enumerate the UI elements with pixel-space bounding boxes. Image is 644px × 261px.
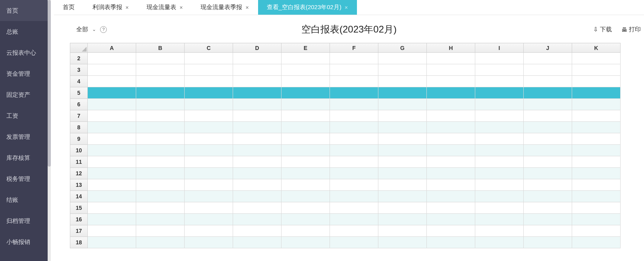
cell-A14[interactable] [88,191,136,202]
cell-C4[interactable] [185,76,233,87]
sidebar-item-0[interactable]: 首页 [0,0,51,21]
cell-E3[interactable] [282,64,330,76]
cell-C3[interactable] [185,64,233,76]
cell-K8[interactable] [572,122,621,133]
cell-A4[interactable] [88,76,136,87]
cell-B11[interactable] [136,156,185,168]
cell-G13[interactable] [378,179,427,191]
cell-B16[interactable] [136,214,185,225]
cell-K17[interactable] [572,225,621,237]
cell-B18[interactable] [136,237,185,248]
cell-D3[interactable] [233,64,282,76]
cell-D17[interactable] [233,225,282,237]
cell-H15[interactable] [427,202,475,214]
cell-D11[interactable] [233,156,282,168]
cell-F14[interactable] [330,191,378,202]
cell-E18[interactable] [282,237,330,248]
cell-E7[interactable] [282,110,330,122]
cell-J13[interactable] [524,179,572,191]
cell-K14[interactable] [572,191,621,202]
cell-H18[interactable] [427,237,475,248]
cell-A12[interactable] [88,168,136,179]
cell-D12[interactable] [233,168,282,179]
cell-H2[interactable] [427,53,475,64]
cell-H6[interactable] [427,99,475,110]
cell-C18[interactable] [185,237,233,248]
cell-E9[interactable] [282,133,330,145]
cell-K7[interactable] [572,110,621,122]
cell-F10[interactable] [330,145,378,156]
cell-I15[interactable] [475,202,524,214]
cell-D4[interactable] [233,76,282,87]
cell-F5[interactable] [330,87,378,99]
cell-A8[interactable] [88,122,136,133]
cell-J3[interactable] [524,64,572,76]
cell-B17[interactable] [136,225,185,237]
cell-A7[interactable] [88,110,136,122]
sheet-corner[interactable] [70,43,88,53]
cell-K15[interactable] [572,202,621,214]
cell-I3[interactable] [475,64,524,76]
cell-J8[interactable] [524,122,572,133]
print-button[interactable]: 🖶 打印 [621,26,641,33]
cell-K12[interactable] [572,168,621,179]
cell-B7[interactable] [136,110,185,122]
cell-C10[interactable] [185,145,233,156]
cell-H10[interactable] [427,145,475,156]
cell-I8[interactable] [475,122,524,133]
cell-I7[interactable] [475,110,524,122]
cell-E5[interactable] [282,87,330,99]
row-header-16[interactable]: 16 [70,214,88,225]
cell-G11[interactable] [378,156,427,168]
cell-G12[interactable] [378,168,427,179]
filter-dropdown[interactable]: 全部 ⌄ ? [76,26,107,33]
cell-K18[interactable] [572,237,621,248]
cell-H4[interactable] [427,76,475,87]
cell-E17[interactable] [282,225,330,237]
row-header-9[interactable]: 9 [70,133,88,145]
cell-C5[interactable] [185,87,233,99]
cell-A9[interactable] [88,133,136,145]
cell-F11[interactable] [330,156,378,168]
cell-K5[interactable] [572,87,621,99]
cell-H17[interactable] [427,225,475,237]
cell-D16[interactable] [233,214,282,225]
row-header-15[interactable]: 15 [70,202,88,214]
cell-I5[interactable] [475,87,524,99]
cell-C16[interactable] [185,214,233,225]
download-button[interactable]: ⇩ 下载 [593,26,612,33]
cell-G17[interactable] [378,225,427,237]
cell-E12[interactable] [282,168,330,179]
cell-D10[interactable] [233,145,282,156]
cell-I11[interactable] [475,156,524,168]
cell-A18[interactable] [88,237,136,248]
sidebar-item-1[interactable]: 总账 [0,21,51,42]
cell-J10[interactable] [524,145,572,156]
cell-A11[interactable] [88,156,136,168]
sidebar-item-10[interactable]: 归档管理 [0,210,51,231]
cell-K4[interactable] [572,76,621,87]
cell-E15[interactable] [282,202,330,214]
row-header-8[interactable]: 8 [70,122,88,133]
cell-F3[interactable] [330,64,378,76]
cell-C12[interactable] [185,168,233,179]
cell-I12[interactable] [475,168,524,179]
cell-C8[interactable] [185,122,233,133]
cell-B4[interactable] [136,76,185,87]
cell-C6[interactable] [185,99,233,110]
cell-A2[interactable] [88,53,136,64]
cell-J2[interactable] [524,53,572,64]
cell-A10[interactable] [88,145,136,156]
cell-I6[interactable] [475,99,524,110]
cell-H7[interactable] [427,110,475,122]
cell-G8[interactable] [378,122,427,133]
cell-B12[interactable] [136,168,185,179]
close-icon[interactable]: × [245,4,249,11]
cell-C11[interactable] [185,156,233,168]
cell-J7[interactable] [524,110,572,122]
row-header-14[interactable]: 14 [70,191,88,202]
cell-E2[interactable] [282,53,330,64]
close-icon[interactable]: × [125,4,129,11]
cell-F7[interactable] [330,110,378,122]
cell-A6[interactable] [88,99,136,110]
